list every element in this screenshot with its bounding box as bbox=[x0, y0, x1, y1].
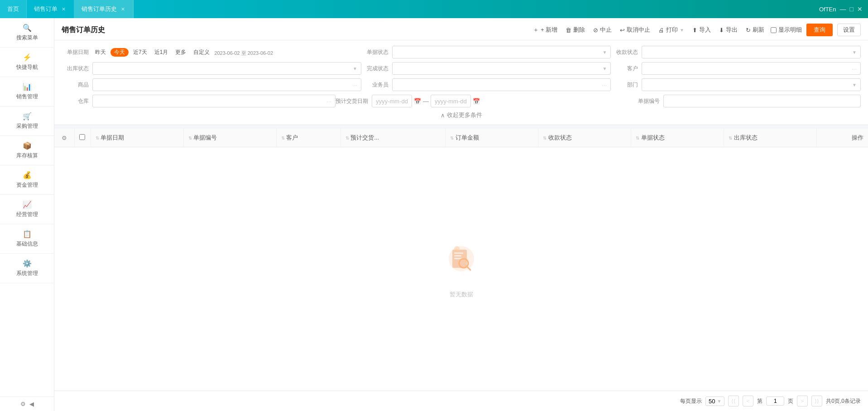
filter-order-no-field: 单据编号 bbox=[633, 95, 861, 107]
show-detail-checkbox[interactable]: 显示明细 bbox=[771, 26, 802, 34]
delivery-date-end[interactable]: yyyy-mm-dd bbox=[431, 95, 471, 107]
sidebar-collapse-icon[interactable]: ◀ bbox=[29, 401, 34, 407]
th-customer: ⇅ 客户 bbox=[277, 129, 341, 147]
select-all-checkbox[interactable] bbox=[79, 134, 85, 140]
last-page-button[interactable]: ⟩⟩ bbox=[811, 396, 822, 406]
sidebar-item-system[interactable]: ⚙️ 系统管理 bbox=[0, 254, 54, 283]
filter-product-field: 商品 ··· bbox=[62, 78, 361, 91]
cancel-stop-icon: ↩ bbox=[620, 27, 625, 34]
print-button[interactable]: 🖨 打印 ▼ bbox=[657, 25, 686, 35]
filter-order-status-field: 单据状态 ▼ bbox=[361, 46, 611, 58]
date-yesterday-btn[interactable]: 昨天 bbox=[92, 48, 109, 57]
date-field-label: 单据日期 bbox=[62, 48, 89, 56]
customer-input[interactable]: ··· bbox=[642, 62, 861, 75]
sidebar-item-quick-nav[interactable]: ⚡ 快捷导航 bbox=[0, 48, 54, 77]
table-settings-icon[interactable]: ⚙ bbox=[59, 132, 70, 143]
outbound-status-select[interactable]: ▼ bbox=[92, 62, 361, 75]
sidebar-item-purchase-mgmt[interactable]: 🛒 采购管理 bbox=[0, 106, 54, 136]
th-order-no-label: 单据编号 bbox=[193, 134, 217, 141]
th-outbound-sort-icon: ⇅ bbox=[729, 135, 732, 140]
th-amount: ⇅ 订单金额 bbox=[446, 129, 538, 147]
th-amount-label: 订单金额 bbox=[456, 134, 479, 141]
filter-department-field: 部门 ▼ bbox=[611, 78, 861, 91]
sidebar-item-sales-mgmt[interactable]: 📊 销售管理 bbox=[0, 77, 54, 106]
sidebar-item-inventory[interactable]: 📦 库存核算 bbox=[0, 136, 54, 165]
basic-info-icon: 📋 bbox=[23, 230, 32, 238]
home-tab-label: 首页 bbox=[7, 5, 19, 13]
th-outbound-status: ⇅ 出库状态 bbox=[724, 129, 817, 147]
date-custom-btn[interactable]: 自定义 bbox=[191, 48, 212, 57]
salesperson-input[interactable]: ··· bbox=[392, 78, 611, 91]
sidebar-item-label-capital: 资金管理 bbox=[16, 181, 38, 189]
cancel-stop-label: 取消中止 bbox=[627, 26, 650, 34]
order-no-input[interactable] bbox=[663, 95, 861, 107]
print-icon: 🖨 bbox=[658, 27, 664, 34]
th-order-status: ⇅ 单据状态 bbox=[631, 129, 724, 147]
cancel-stop-button[interactable]: ↩ 取消中止 bbox=[618, 25, 652, 35]
new-label: + 新增 bbox=[541, 26, 557, 34]
calendar-start-icon[interactable]: 📅 bbox=[414, 98, 421, 105]
quick-nav-icon: ⚡ bbox=[23, 53, 32, 62]
top-bar: 首页 销售订单 ✕ 销售订单历史 ✕ OfTEn — □ ✕ bbox=[0, 0, 868, 18]
prev-page-button[interactable]: ＜ bbox=[743, 396, 753, 406]
sales-order-tab-close[interactable]: ✕ bbox=[60, 6, 67, 12]
th-operations-label: 操作 bbox=[852, 134, 863, 141]
product-input[interactable]: ··· bbox=[92, 78, 361, 91]
sidebar: 🔍 搜索菜单 ⚡ 快捷导航 📊 销售管理 🛒 采购管理 📦 库存核算 💰 资金管… bbox=[0, 18, 54, 411]
stop-button[interactable]: ⊘ 中止 bbox=[591, 25, 614, 35]
warehouse-input[interactable]: ··· bbox=[92, 95, 336, 107]
sidebar-item-capital[interactable]: 💰 资金管理 bbox=[0, 165, 54, 195]
tab-list: 首页 销售订单 ✕ 销售订单历史 ✕ bbox=[0, 0, 819, 18]
minimize-icon[interactable]: — bbox=[840, 5, 846, 13]
outbound-status-label: 出库状态 bbox=[62, 65, 89, 73]
customer-label: 客户 bbox=[611, 65, 638, 73]
calendar-end-icon[interactable]: 📅 bbox=[473, 98, 480, 105]
th-date-sort-icon: ⇅ bbox=[96, 135, 99, 140]
per-page-select[interactable]: 50 ▼ bbox=[705, 396, 724, 406]
collapse-up-icon: ∧ bbox=[441, 112, 445, 119]
outbound-status-arrow-icon: ▼ bbox=[353, 66, 357, 71]
payment-status-select[interactable]: ▼ bbox=[642, 46, 861, 58]
date-field-value: 昨天 今天 近7天 近1月 更多 自定义 2023-06-02 至 2023-0… bbox=[92, 48, 361, 57]
export-button[interactable]: ⬇ 导出 bbox=[717, 25, 739, 35]
order-status-select[interactable]: ▼ bbox=[392, 46, 611, 58]
maximize-icon[interactable]: □ bbox=[850, 5, 854, 13]
sidebar-item-basic-info[interactable]: 📋 基础信息 bbox=[0, 224, 54, 254]
refresh-button[interactable]: ↻ 刷新 bbox=[744, 25, 766, 35]
date-quick-buttons: 昨天 今天 近7天 近1月 更多 自定义 bbox=[92, 48, 212, 57]
sidebar-item-operations[interactable]: 📈 经营管理 bbox=[0, 195, 54, 224]
sidebar-settings-icon[interactable]: ⚙ bbox=[20, 401, 26, 407]
delete-label: 删除 bbox=[573, 26, 585, 34]
filter-delivery-date-field: 预计交货日期 yyyy-mm-dd 📅 — yyyy-mm-dd 📅 bbox=[336, 95, 633, 107]
show-detail-input[interactable] bbox=[771, 27, 777, 33]
date-1month-btn[interactable]: 近1月 bbox=[152, 48, 171, 57]
new-button[interactable]: ＋ + 新增 bbox=[531, 25, 559, 35]
tab-home[interactable]: 首页 bbox=[0, 0, 27, 18]
filter-row-4: 仓库 ··· 预计交货日期 yyyy-mm-dd 📅 — yyyy-m bbox=[62, 95, 861, 107]
delete-button[interactable]: 🗑 删除 bbox=[564, 25, 587, 35]
date-7days-btn[interactable]: 近7天 bbox=[130, 48, 150, 57]
next-page-button[interactable]: ＞ bbox=[797, 396, 808, 406]
collapse-row[interactable]: ∧ 收起更多条件 bbox=[62, 111, 861, 119]
close-icon[interactable]: ✕ bbox=[857, 5, 863, 13]
sales-order-history-tab-close[interactable]: ✕ bbox=[120, 6, 126, 12]
sidebar-item-search-menu[interactable]: 🔍 搜索菜单 bbox=[0, 18, 54, 48]
tab-sales-order-history[interactable]: 销售订单历史 ✕ bbox=[74, 0, 134, 18]
date-more-btn[interactable]: 更多 bbox=[173, 48, 189, 57]
date-today-btn[interactable]: 今天 bbox=[110, 48, 129, 57]
order-no-label: 单据编号 bbox=[633, 97, 660, 105]
import-button[interactable]: ⬆ 导入 bbox=[691, 25, 713, 35]
query-button[interactable]: 查询 bbox=[806, 24, 833, 36]
first-page-button[interactable]: ⟨⟨ bbox=[728, 396, 739, 406]
svg-rect-2 bbox=[454, 252, 463, 254]
order-status-label: 单据状态 bbox=[361, 48, 388, 56]
payment-status-label: 收款状态 bbox=[611, 48, 638, 56]
settings-button[interactable]: 设置 bbox=[837, 24, 861, 36]
delivery-date-start[interactable]: yyyy-mm-dd bbox=[372, 95, 412, 107]
department-select[interactable]: ▼ bbox=[642, 78, 861, 91]
pagination: 每页显示 50 ▼ ⟨⟨ ＜ 第 页 ＞ ⟩⟩ 共0页,0条记录 bbox=[54, 391, 868, 411]
tab-sales-order[interactable]: 销售订单 ✕ bbox=[27, 0, 74, 18]
order-status-arrow-icon: ▼ bbox=[603, 50, 607, 55]
complete-status-select[interactable]: ▼ bbox=[392, 62, 611, 75]
current-page-input[interactable] bbox=[766, 396, 784, 406]
